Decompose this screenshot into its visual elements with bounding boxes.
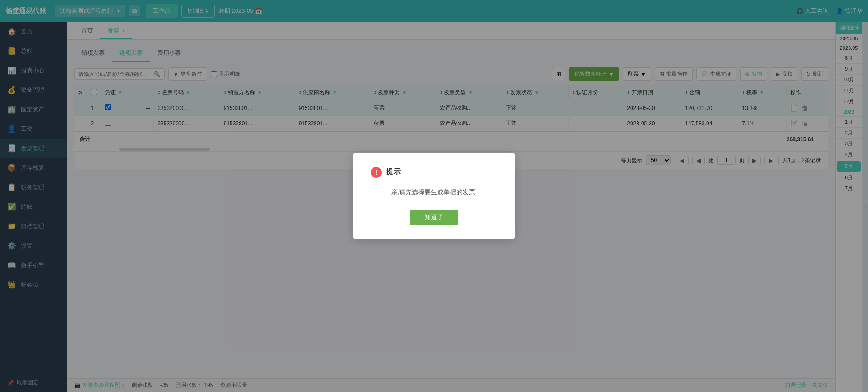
modal-footer: 知道了 [371, 210, 497, 225]
modal-dialog: ! 提示 亲,请先选择要生成单据的发票! 知道了 [353, 153, 515, 239]
modal-overlay: ! 提示 亲,请先选择要生成单据的发票! 知道了 [0, 0, 868, 392]
modal-title: 提示 [386, 167, 401, 177]
confirm-button[interactable]: 知道了 [410, 210, 458, 225]
modal-body: 亲,请先选择要生成单据的发票! [371, 187, 497, 197]
warning-icon: ! [371, 167, 382, 178]
modal-header: ! 提示 [371, 167, 497, 178]
